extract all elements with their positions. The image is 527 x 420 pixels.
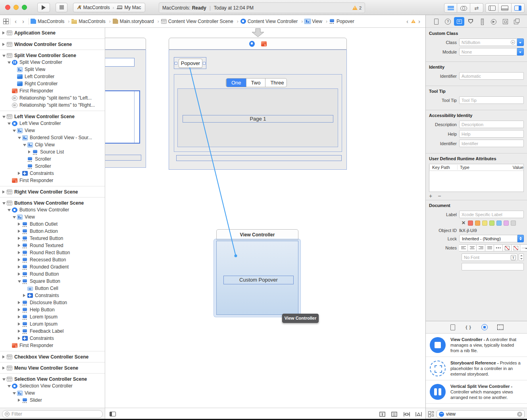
version-editor-button[interactable]: ⇄ <box>470 3 483 13</box>
forward-button[interactable]: › <box>19 18 27 24</box>
outline-row[interactable]: First Responder <box>0 342 105 349</box>
accessibility-row-field[interactable]: Help <box>459 130 524 138</box>
outline-row[interactable]: Scroller <box>0 155 105 163</box>
segment[interactable]: Two <box>246 79 265 87</box>
inspector-tab[interactable] <box>465 17 476 26</box>
inspector-tab[interactable] <box>454 17 464 26</box>
notes-format-button[interactable] <box>485 244 494 251</box>
tooltip-field[interactable]: Tool Tip <box>459 96 524 104</box>
inspector-tab[interactable] <box>477 17 487 26</box>
table-empty-body[interactable] <box>429 171 523 192</box>
disclosure-triangle[interactable] <box>18 399 22 402</box>
outline-row[interactable]: Round Textured <box>0 242 105 249</box>
resize-handle-left[interactable] <box>175 62 177 65</box>
breadcrumb-item[interactable]: MacControls <box>71 19 112 24</box>
outline-row[interactable]: Left Controller <box>0 73 105 80</box>
outline-row[interactable]: Split View Controller Scene <box>0 50 105 59</box>
outline-row[interactable]: Checkbox View Controller Scene <box>0 351 105 360</box>
color-swatch[interactable] <box>482 221 487 226</box>
view-controller-icon[interactable] <box>249 41 255 47</box>
left-vc-scroll-view[interactable] <box>105 90 140 144</box>
assistant-editor-button[interactable] <box>457 3 470 13</box>
content-vc-view[interactable]: Popover One Two Three Page 1 <box>169 50 347 170</box>
warning-badge[interactable]: 2 <box>352 6 362 10</box>
outline-row[interactable]: Selection View Controller <box>0 382 105 389</box>
outline-row[interactable]: First Responder <box>0 87 105 94</box>
notes-format-button[interactable] <box>520 244 527 251</box>
outline-row[interactable]: View <box>0 127 105 134</box>
identifier-field[interactable]: Automatic <box>459 72 524 80</box>
disclosure-triangle[interactable] <box>18 280 22 283</box>
close-window-button[interactable] <box>5 5 10 10</box>
disclosure-triangle[interactable] <box>2 378 7 381</box>
outline-row[interactable]: Left View Controller Scene <box>0 111 105 120</box>
outline-row[interactable]: First Responder <box>0 177 105 184</box>
outline-row[interactable]: View <box>0 213 105 221</box>
breadcrumb-item[interactable]: View <box>305 19 329 24</box>
outline-row[interactable]: Constraints <box>0 170 105 177</box>
outline-row[interactable]: Slider <box>0 397 105 404</box>
standard-editor-button[interactable] <box>444 3 457 13</box>
storyboard-canvas[interactable]: Popover One Two Three Page 1 View Contro… <box>105 28 425 420</box>
add-constraints-button[interactable] <box>403 411 410 417</box>
disclosure-triangle[interactable] <box>18 237 22 240</box>
disclosure-triangle[interactable] <box>18 172 22 175</box>
accessibility-row-field[interactable]: Identifier <box>459 140 524 147</box>
previous-issue-button[interactable]: ‹ <box>404 18 411 24</box>
disclosure-triangle[interactable] <box>18 251 22 254</box>
notes-format-button[interactable] <box>459 244 468 251</box>
disclosure-triangle[interactable] <box>2 366 7 370</box>
jump-to-class-icon[interactable] <box>511 40 515 44</box>
disclosure-triangle[interactable] <box>2 190 7 194</box>
disclosure-triangle[interactable] <box>2 201 7 205</box>
library-item[interactable]: Storyboard Reference - Provides a placeh… <box>426 357 527 380</box>
content-vc-bottom-field[interactable] <box>176 155 342 161</box>
breadcrumb-item[interactable]: Content View Controller Scene <box>161 19 240 24</box>
library-tab[interactable] <box>497 324 504 331</box>
color-swatch[interactable] <box>475 221 480 226</box>
notes-format-button[interactable] <box>512 244 520 251</box>
outline-row[interactable]: Relationship "split items" to "Right... <box>0 102 105 109</box>
resize-handle-right[interactable] <box>203 62 206 65</box>
notes-format-button[interactable] <box>503 244 512 251</box>
accessibility-row-field[interactable]: Description <box>459 121 524 128</box>
update-frames-button[interactable] <box>379 411 387 417</box>
class-dropdown-button[interactable] <box>517 38 524 46</box>
disclosure-triangle[interactable] <box>28 150 33 153</box>
outline-row[interactable]: Window Controller Scene <box>0 38 105 48</box>
toggle-inspectors-button[interactable] <box>512 3 525 13</box>
notes-format-button[interactable] <box>468 244 477 251</box>
left-vc-view[interactable] <box>105 50 146 168</box>
popover-button[interactable]: Popover <box>179 59 202 68</box>
outline-row[interactable]: Lorum Ipsum <box>0 320 105 328</box>
outline-row[interactable]: Split View Controller <box>0 59 105 66</box>
disclosure-triangle[interactable] <box>2 54 7 57</box>
run-button[interactable] <box>37 3 50 12</box>
segment[interactable]: Three <box>265 79 287 87</box>
disclosure-triangle[interactable] <box>18 315 22 318</box>
clear-search-button[interactable] <box>517 412 522 417</box>
tab-content-view[interactable]: Page 1 <box>177 88 338 147</box>
outline-row[interactable]: Source List <box>0 148 105 155</box>
outline-row[interactable]: Buttons View Controller Scene <box>0 197 105 206</box>
library-item[interactable]: Vertical Split View Controller - Control… <box>426 380 527 404</box>
content-vc-header[interactable] <box>169 38 347 50</box>
inspector-tab[interactable] <box>500 17 510 26</box>
disclosure-triangle[interactable] <box>18 272 22 276</box>
font-picker-icon[interactable]: T <box>511 255 516 260</box>
notes-format-button[interactable] <box>494 244 503 251</box>
add-attribute-button[interactable]: + <box>429 193 432 199</box>
outline-row[interactable]: Constraints <box>0 292 105 299</box>
outline-row[interactable]: Button Outlet <box>0 221 105 228</box>
left-vc-bottom-field[interactable] <box>105 155 141 161</box>
inspector-tab[interactable] <box>489 17 499 26</box>
outline-row[interactable]: Scroller <box>0 163 105 170</box>
outline-row[interactable]: Help Button <box>0 306 105 313</box>
disclosure-triangle[interactable] <box>18 337 22 340</box>
toggle-navigator-button[interactable] <box>485 3 498 13</box>
scheme-selector[interactable]: A MacControls › My Mac <box>73 3 145 12</box>
breadcrumb-item[interactable]: MacControls <box>31 19 71 24</box>
module-field[interactable]: None <box>459 48 517 56</box>
color-swatch[interactable] <box>489 221 494 226</box>
outline-row[interactable]: Lorem Ipsum <box>0 313 105 320</box>
